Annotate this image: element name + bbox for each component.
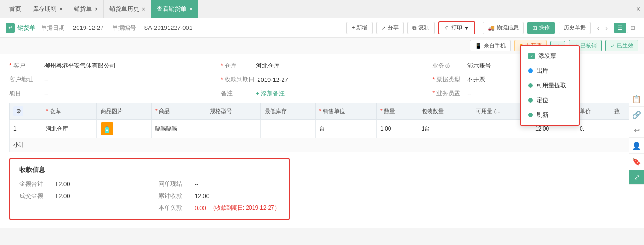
product-image: 🧴 [101, 122, 113, 135]
project-label: 项目 [9, 89, 41, 97]
add-invoice-item[interactable]: 添发票 [521, 49, 579, 63]
project-value: -- [44, 90, 48, 97]
quantity-col-header: 数量 [377, 103, 418, 120]
customer-group: 客户 柳州粤港平安气体有限公司 [9, 62, 212, 70]
doc-type-title: ↩ 销货单 [6, 23, 35, 33]
right-icon-2[interactable]: 🔗 [629, 108, 644, 122]
settings-col-header: ⚙ [10, 103, 42, 120]
add-invoice-label: 添发票 [538, 52, 556, 60]
cumulative-row: 累计收款 12.00 [158, 192, 279, 200]
no-label: 单据编号 [112, 24, 136, 32]
document-header: ↩ 销货单 单据日期 2019-12-27 单据编号 SA-20191227-0… [0, 18, 644, 38]
close-tab-sales[interactable]: × [95, 6, 98, 12]
tab-history[interactable]: 销货单历史 × [104, 0, 151, 18]
payment-section: 收款信息 金额合计 12.00 同单现结 -- 成交金额 12.00 累计收款 … [9, 158, 290, 220]
row-minstock [260, 120, 315, 138]
logistics-button[interactable]: 🚚 物流信息 [483, 22, 524, 34]
locate-label: 定位 [537, 96, 548, 104]
right-icon-5[interactable]: 🔖 [629, 154, 644, 169]
deal-amount-row: 成交金额 12.00 [19, 192, 140, 200]
settings-icon[interactable]: ⚙ [13, 106, 23, 116]
image-col-header: 商品图片 [97, 103, 152, 120]
close-tab-view[interactable]: × [189, 6, 192, 12]
doc-actions: + 新增 ↗ 分享 ⧉ 复制 🖨 打印 ▼ 🚚 物流信息 ⊞ 操作 历史单据 ‹… [346, 21, 638, 34]
balance-row: 本单欠款 0.00 （收款到期日: 2019-12-27） [158, 204, 279, 212]
close-tab-inventory[interactable]: × [59, 6, 62, 12]
right-icon-4[interactable]: 👤 [629, 139, 644, 154]
available-dot [528, 83, 533, 88]
effective-check-icon: ✓ [610, 43, 615, 49]
deal-amount-value: 12.00 [55, 193, 70, 199]
payment-grid: 金额合计 12.00 同单现结 -- 成交金额 12.00 累计收款 12.00… [19, 180, 280, 212]
tab-home[interactable]: 首页 [4, 0, 27, 18]
print-button[interactable]: 🖨 打印 ▼ [438, 21, 475, 34]
from-mobile-button[interactable]: 📱 来自手机 [470, 40, 511, 51]
logistics-icon: 🚚 [488, 25, 495, 31]
tab-view-sales[interactable]: 查看销货单 × [151, 0, 198, 18]
refresh-label: 刷新 [537, 111, 548, 119]
address-label: 客户地址 [9, 75, 41, 84]
close-window-button[interactable]: × [636, 5, 640, 13]
date-label: 单据日期 [41, 24, 65, 32]
amount-total-row: 金额合计 12.00 [19, 180, 140, 188]
row-image: 🧴 [97, 120, 152, 138]
available-extract-item[interactable]: 可用量提取 [521, 78, 579, 93]
ticket-type-value: 不开票 [467, 75, 485, 84]
prev-arrow[interactable]: ‹ [594, 23, 602, 33]
ticket-type-label: 票据类型 [432, 75, 464, 84]
locate-dot [528, 98, 533, 103]
same-order-row: 同单现结 -- [158, 180, 279, 188]
warehouse-group: 仓库 河北仓库 [221, 62, 424, 70]
copy-button[interactable]: ⧉ 复制 [407, 22, 435, 34]
add-remark-link[interactable]: + 添加备注 [256, 89, 285, 97]
subtotal-row: 小计 [10, 138, 635, 152]
payment-date-value: 2019-12-27 [257, 76, 288, 83]
address-value: -- [44, 76, 48, 83]
balance-label: 本单欠款 [158, 204, 191, 212]
deal-amount-label: 成交金额 [19, 192, 51, 200]
copy-icon: ⧉ [412, 25, 417, 31]
warehouse-col-header: 仓库 [42, 103, 97, 120]
amount-total-label: 金额合计 [19, 180, 51, 188]
right-icon-3[interactable]: ↩ [629, 123, 644, 138]
balance-value: 0.00 [194, 205, 206, 211]
add-button[interactable]: + 新增 [346, 22, 372, 34]
tab-sales[interactable]: 销货单 × [68, 0, 104, 18]
row-spec [206, 120, 260, 138]
balance-note: （收款到期日: 2019-12-27） [210, 204, 280, 212]
grid-icon: ⊞ [532, 25, 537, 31]
tab-inventory[interactable]: 库存期初 × [27, 0, 68, 18]
payment-date-group: 收款到期日 2019-12-27 [221, 75, 424, 84]
invoice-checkbox[interactable] [528, 53, 535, 59]
locate-item[interactable]: 定位 [521, 93, 579, 108]
customer-value: 柳州粤港平安气体有限公司 [44, 62, 116, 70]
grid-view-button[interactable]: ⊞ [627, 23, 638, 33]
share-button[interactable]: ↗ 分享 [376, 22, 404, 34]
tab-bar: 首页 库存期初 × 销货单 × 销货单历史 × 查看销货单 × × [0, 0, 644, 18]
right-icon-1[interactable]: 📋 [629, 92, 644, 107]
cumulative-value: 12.00 [194, 193, 209, 199]
history-button[interactable]: 历史单据 [559, 22, 591, 34]
available-extract-label: 可用量提取 [537, 81, 566, 90]
doc-type-icon: ↩ [6, 23, 15, 33]
same-order-value: -- [194, 181, 198, 188]
next-arrow[interactable]: › [603, 23, 610, 33]
list-view-button[interactable]: ☰ [614, 23, 626, 33]
close-tab-history[interactable]: × [142, 6, 145, 12]
refresh-dot [528, 113, 533, 117]
address-group: 客户地址 -- [9, 75, 212, 84]
operate-button[interactable]: ⊞ 操作 [527, 22, 555, 34]
warehouse-value: 河北仓库 [256, 62, 280, 70]
refresh-item[interactable]: 刷新 [521, 108, 579, 122]
right-icon-6[interactable]: ⤢ [629, 170, 644, 185]
remark-group: 备注 + 添加备注 [221, 89, 424, 97]
unit-col-header: 销售单位 [315, 103, 377, 120]
unitprice-col-header: 单价 [576, 103, 610, 120]
right-icons-panel: 📋 🔗 ↩ 👤 🔖 ⤢ [629, 92, 644, 185]
doc-meta: 单据日期 2019-12-27 单据编号 SA-20191227-001 [41, 24, 192, 32]
payment-title: 收款信息 [19, 166, 280, 174]
separator [479, 23, 479, 33]
operate-dropdown: 添发票 出库 可用量提取 定位 刷新 [520, 45, 580, 126]
outbound-item[interactable]: 出库 [521, 63, 579, 78]
effective-button[interactable]: ✓ 已生效 [605, 40, 638, 51]
